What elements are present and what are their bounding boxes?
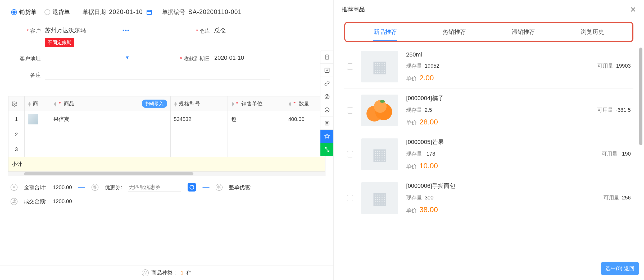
col-unit[interactable]: ▲▼* 销售单位 bbox=[228, 96, 285, 111]
table-row[interactable]: 2 bbox=[8, 127, 325, 142]
price-label: 单价 bbox=[406, 207, 417, 213]
row-unit[interactable]: 包 bbox=[228, 111, 285, 127]
radio-sales-order[interactable]: 销货单 bbox=[11, 8, 37, 16]
side-swap-icon[interactable] bbox=[320, 90, 334, 103]
chevron-down-icon[interactable]: ▼ bbox=[125, 55, 130, 60]
price-value: 38.00 bbox=[419, 206, 438, 214]
deal-amount-value: 1200.00 bbox=[53, 198, 72, 204]
doc-date-value[interactable]: 2020-01-10 bbox=[109, 8, 143, 16]
col-product[interactable]: ▲▼* 商品扫码录入 bbox=[50, 96, 170, 111]
row-product[interactable]: 果倍爽 bbox=[50, 111, 170, 127]
row-unit[interactable] bbox=[228, 142, 285, 157]
deal-icon: 成 bbox=[11, 198, 17, 205]
recommend-checkbox[interactable] bbox=[347, 151, 353, 157]
row-product[interactable] bbox=[50, 142, 170, 157]
customer-addr-field[interactable]: ▼ bbox=[45, 54, 130, 63]
row-spec[interactable] bbox=[170, 142, 228, 157]
radio-label: 退货单 bbox=[52, 8, 70, 16]
recommend-checkbox[interactable] bbox=[347, 63, 353, 70]
recommend-tab[interactable]: 热销推荐 bbox=[435, 24, 474, 40]
row-thumb bbox=[24, 127, 50, 142]
amount-total-value: 1200.00 bbox=[53, 184, 72, 190]
row-thumb bbox=[24, 111, 50, 127]
order-type-radio-group: 销货单 退货单 bbox=[8, 6, 73, 18]
side-link-icon[interactable] bbox=[320, 77, 334, 90]
subtotal-row: 小计 bbox=[8, 157, 325, 172]
stock-label: 现存量 bbox=[406, 107, 422, 113]
ellipsis-icon[interactable]: ••• bbox=[123, 27, 130, 34]
recommend-item[interactable]: ▦ [0000006]手撕面包 现存量300 可用量256 单价38.00 bbox=[344, 176, 633, 220]
coupon-input[interactable] bbox=[128, 183, 181, 192]
sort-icon: ▲▼ bbox=[288, 101, 292, 106]
row-unit[interactable] bbox=[228, 127, 285, 142]
doc-number-label: 单据编号 bbox=[162, 8, 185, 16]
recommend-item-title: [0000004]橘子 bbox=[406, 94, 631, 102]
avail-label: 可用量 bbox=[597, 107, 613, 113]
recommend-item[interactable]: ▦ 250ml 现存量19952 可用量19903 单价2.00 bbox=[344, 45, 633, 88]
row-index: 1 bbox=[8, 111, 25, 127]
side-favorite-button[interactable] bbox=[320, 130, 334, 143]
svg-point-10 bbox=[380, 100, 385, 103]
side-chart-icon[interactable] bbox=[320, 64, 334, 77]
recommend-checkbox[interactable] bbox=[347, 107, 353, 114]
select-return-button[interactable]: 选中(0) 返回 bbox=[601, 262, 639, 275]
customer-term-badge: 不固定账期 bbox=[45, 38, 74, 47]
customer-addr-label: 客户地址 bbox=[8, 54, 45, 63]
row-spec[interactable]: 534532 bbox=[170, 111, 228, 127]
recommend-thumb bbox=[361, 95, 398, 126]
row-qty[interactable]: 400.00 bbox=[285, 111, 325, 127]
minus-icon: — bbox=[78, 183, 85, 192]
warehouse-value: 总仓 bbox=[214, 26, 226, 34]
stock-value: -178 bbox=[425, 151, 435, 157]
warehouse-label: 仓库 bbox=[177, 26, 214, 35]
side-inbox-icon[interactable] bbox=[320, 103, 334, 116]
recommend-tab[interactable]: 浏览历史 bbox=[573, 24, 612, 40]
close-icon[interactable]: ✕ bbox=[630, 5, 636, 14]
side-expand-button[interactable] bbox=[320, 143, 334, 156]
col-image[interactable]: ▲▼商 bbox=[24, 96, 50, 111]
recommend-item[interactable]: [0000004]橘子 现存量2.5 可用量-681.5 单价28.00 bbox=[344, 88, 633, 132]
recommend-tab[interactable]: 滞销推荐 bbox=[504, 24, 543, 40]
table-h-scrollbar[interactable] bbox=[8, 172, 325, 176]
doc-date-label: 单据日期 bbox=[83, 8, 106, 16]
col-qty[interactable]: ▲▼* 数量 bbox=[285, 96, 325, 111]
stock-label: 现存量 bbox=[406, 195, 422, 200]
scan-input-button[interactable]: 扫码录入 bbox=[142, 100, 167, 108]
coupon-label: 优惠券: bbox=[105, 184, 122, 191]
side-doc-icon[interactable] bbox=[320, 50, 334, 64]
order-type-meta-bar: 销货单 退货单 单据日期 2020-01-10 单据编号 SA-20200110… bbox=[8, 4, 325, 20]
radio-return-order[interactable]: 退货单 bbox=[44, 8, 70, 16]
table-row[interactable]: 1 果倍爽 534532 包 400.00 bbox=[8, 111, 325, 127]
recommend-tab[interactable]: 新品推荐 bbox=[366, 24, 405, 40]
row-product[interactable] bbox=[50, 127, 170, 142]
avail-value: 256 bbox=[622, 195, 631, 200]
recommend-v-scrollbar[interactable] bbox=[639, 48, 642, 145]
recommend-item[interactable]: ▦ [0000005]芒果 现存量-178 可用量-190 单价10.00 bbox=[344, 132, 633, 176]
row-qty[interactable] bbox=[285, 127, 325, 142]
svg-point-1 bbox=[14, 103, 15, 105]
row-spec[interactable] bbox=[170, 127, 228, 142]
warehouse-field[interactable]: 总仓 bbox=[214, 26, 273, 36]
calendar-icon[interactable] bbox=[146, 9, 152, 15]
avail-label: 可用量 bbox=[597, 63, 613, 69]
whole-discount-label: 整单优惠: bbox=[229, 184, 252, 191]
stock-value: 300 bbox=[425, 195, 433, 200]
coupon-icon: 券 bbox=[92, 184, 98, 191]
table-row[interactable]: 3 bbox=[8, 142, 325, 157]
col-spec[interactable]: ▲▼规格型号 bbox=[170, 96, 228, 111]
col-settings[interactable] bbox=[8, 96, 25, 111]
recommend-list[interactable]: ▦ 250ml 现存量19952 可用量19903 单价2.00 [000000… bbox=[334, 42, 644, 280]
radio-label: 销货单 bbox=[19, 8, 37, 16]
refresh-coupon-button[interactable] bbox=[188, 183, 196, 192]
remark-field[interactable] bbox=[45, 71, 270, 80]
customer-label: 客户 bbox=[8, 26, 45, 35]
recommend-item-title: [0000006]手撕面包 bbox=[406, 182, 631, 190]
recommend-checkbox[interactable] bbox=[347, 195, 353, 201]
row-qty[interactable] bbox=[285, 142, 325, 157]
side-currency-icon[interactable] bbox=[320, 116, 334, 130]
yen-icon: ¥ bbox=[11, 184, 17, 191]
due-date-field[interactable]: 2020-01-10 bbox=[214, 54, 273, 63]
radio-icon bbox=[11, 9, 17, 15]
minus-icon: — bbox=[202, 183, 209, 192]
customer-field[interactable]: 苏州万达沃尔玛 ••• bbox=[45, 26, 130, 36]
